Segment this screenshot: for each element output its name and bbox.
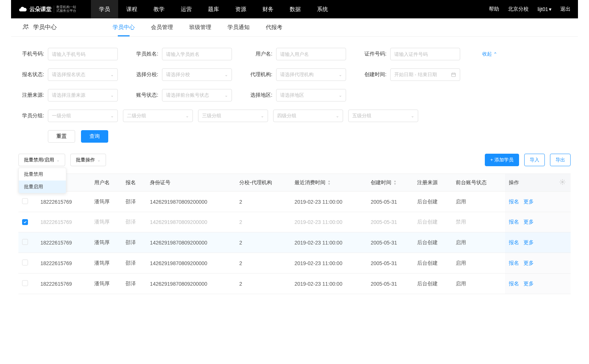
table-row: 18222615769潘筠厚邵泽142629198708092000002201…: [18, 253, 571, 274]
more-link[interactable]: 更多: [523, 199, 534, 204]
signup-link[interactable]: 报名: [509, 199, 519, 204]
signup-link[interactable]: 报名: [509, 239, 519, 245]
user-menu[interactable]: lijt01▾: [537, 6, 551, 12]
filter-field: 学员姓名:: [133, 48, 232, 60]
top-nav-item[interactable]: 系统: [309, 0, 336, 18]
branch-link[interactable]: 北京分校: [508, 6, 529, 13]
sort-icon[interactable]: ▲▼: [394, 180, 396, 186]
chevron-down-icon: ⌄: [339, 93, 342, 98]
checkbox-cell: [18, 212, 37, 232]
logo[interactable]: 云朵课堂 教育机构一站 式服务云平台: [18, 5, 76, 14]
group-select[interactable]: 三级分组⌄: [198, 110, 268, 122]
sub-nav-item[interactable]: 学员通知: [219, 18, 258, 36]
collapse-link[interactable]: 收起⌃: [482, 51, 497, 57]
checkbox-cell: [18, 274, 37, 294]
signup-link[interactable]: 报名: [509, 260, 519, 266]
export-button[interactable]: 导出: [550, 154, 571, 166]
top-nav-item[interactable]: 运营: [173, 0, 200, 18]
phone-cell: 18222615769: [37, 232, 91, 253]
idno-header[interactable]: 身份证号: [146, 174, 236, 192]
filter-input[interactable]: [390, 48, 460, 60]
row-checkbox[interactable]: [22, 219, 28, 225]
more-link[interactable]: 更多: [523, 239, 534, 245]
reg-source-cell: 后台创建: [413, 274, 452, 294]
username-header[interactable]: 用户名: [91, 174, 122, 192]
last-consume-header[interactable]: 最近消费时间▲▼: [291, 174, 367, 192]
table-header-row: 用户名 报名 身份证号 分校-代理机构 最近消费时间▲▼ 创建时间▲▼ 注册来源…: [18, 174, 571, 192]
sub-nav: 学员中心 学员中心会员管理班级管理学员通知代报考: [11, 18, 578, 37]
group-select[interactable]: 五级分组⌄: [348, 110, 418, 122]
batch-toggle-button[interactable]: 批量禁用/启用 ⌄: [18, 154, 65, 166]
reg-source-cell: 后台创建: [413, 212, 452, 232]
filter-label: 账号状态:: [133, 92, 158, 99]
more-link[interactable]: 更多: [523, 260, 534, 266]
top-nav-item[interactable]: 数据: [282, 0, 309, 18]
logout-link[interactable]: 退出: [560, 6, 571, 13]
chevron-down-icon: ⌄: [110, 93, 114, 98]
filter-input[interactable]: [162, 48, 232, 60]
create-time-cell: 2005-05-31: [367, 192, 413, 212]
filter-area: 手机号码:学员姓名:用户名:证件号码:收起⌃报名状态:请选择报名状态⌄选择分校:…: [0, 37, 589, 150]
filter-date-range[interactable]: 开始日期 - 结束日期: [390, 68, 460, 81]
top-nav-item[interactable]: 财务: [254, 0, 282, 18]
filter-select[interactable]: 请选择注册来源⌄: [48, 89, 118, 101]
logo-text: 云朵课堂: [29, 6, 52, 13]
acc-status-header[interactable]: 前台账号状态: [452, 174, 505, 192]
import-button[interactable]: 导入: [524, 154, 545, 166]
signup-header[interactable]: 报名: [122, 174, 146, 192]
filter-input[interactable]: [276, 48, 346, 60]
branch-header[interactable]: 分校-代理机构: [236, 174, 291, 192]
filter-input[interactable]: [48, 48, 118, 60]
signup-cell: 邵泽: [122, 253, 146, 274]
more-link[interactable]: 更多: [523, 219, 534, 225]
more-link[interactable]: 更多: [523, 281, 534, 286]
top-nav-item[interactable]: 学员: [91, 0, 118, 18]
signup-link[interactable]: 报名: [509, 219, 519, 225]
filter-field: 选择地区:请选择地区⌄: [247, 89, 346, 101]
group-select[interactable]: 一级分组⌄: [48, 110, 118, 122]
sub-nav-item[interactable]: 代报考: [258, 18, 290, 36]
sort-icon[interactable]: ▲▼: [328, 180, 331, 186]
top-nav-item[interactable]: 资源: [227, 0, 254, 18]
create-time-header[interactable]: 创建时间▲▼: [367, 174, 413, 192]
sub-nav-item[interactable]: 班级管理: [181, 18, 219, 36]
ops-cell: 报名更多: [505, 192, 556, 212]
create-time-cell: 2005-05-31: [367, 253, 413, 274]
dropdown-item[interactable]: 批量启用: [19, 181, 66, 193]
reset-button[interactable]: 重置: [48, 130, 75, 143]
signup-link[interactable]: 报名: [509, 281, 519, 286]
dropdown-item[interactable]: 批量禁用: [19, 168, 66, 181]
sub-nav-item[interactable]: 学员中心: [105, 18, 143, 36]
filter-select[interactable]: 请选择前台账号状态⌄: [162, 89, 232, 101]
logo-subtitle: 教育机构一站 式服务云平台: [54, 6, 76, 13]
group-select[interactable]: 四级分组⌄: [273, 110, 343, 122]
chevron-up-icon: ⌃: [493, 51, 497, 57]
filter-field: 选择分校:请选择分校⌄: [133, 68, 232, 81]
top-nav-item[interactable]: 课程: [118, 0, 145, 18]
filter-select[interactable]: 请选择地区⌄: [276, 89, 346, 101]
table-row: 18222615769潘筠厚邵泽142629198708092000002201…: [18, 274, 571, 294]
row-checkbox[interactable]: [22, 239, 28, 245]
top-nav-right: 帮助 北京分校 lijt01▾ 退出: [489, 6, 571, 13]
svg-point-3: [562, 181, 563, 183]
filter-select[interactable]: 请选择代理机构⌄: [276, 68, 346, 81]
row-checkbox[interactable]: [22, 280, 28, 286]
filter-select[interactable]: 请选择分校⌄: [162, 68, 232, 81]
batch-ops-button[interactable]: 批量操作 ⌄: [70, 154, 106, 166]
reg-source-header[interactable]: 注册来源: [413, 174, 452, 192]
row-checkbox[interactable]: [22, 260, 28, 265]
group-row: 学员分组: 一级分组⌄二级分组⌄三级分组⌄四级分组⌄五级分组⌄: [18, 110, 571, 122]
gear-header[interactable]: [556, 174, 571, 192]
sub-nav-item[interactable]: 会员管理: [143, 18, 181, 36]
group-select[interactable]: 二级分组⌄: [123, 110, 193, 122]
checkbox-cell: [18, 253, 37, 274]
filter-row: 报名状态:请选择报名状态⌄选择分校:请选择分校⌄代理机构:请选择代理机构⌄创建时…: [18, 68, 571, 81]
filter-select[interactable]: 请选择报名状态⌄: [48, 68, 118, 81]
query-button[interactable]: 查询: [81, 130, 108, 143]
gear-cell: [556, 253, 571, 274]
top-nav-item[interactable]: 教学: [145, 0, 173, 18]
top-nav-item[interactable]: 题库: [200, 0, 227, 18]
add-student-button[interactable]: + 添加学员: [485, 154, 519, 166]
help-link[interactable]: 帮助: [489, 6, 499, 13]
row-checkbox[interactable]: [22, 198, 28, 204]
